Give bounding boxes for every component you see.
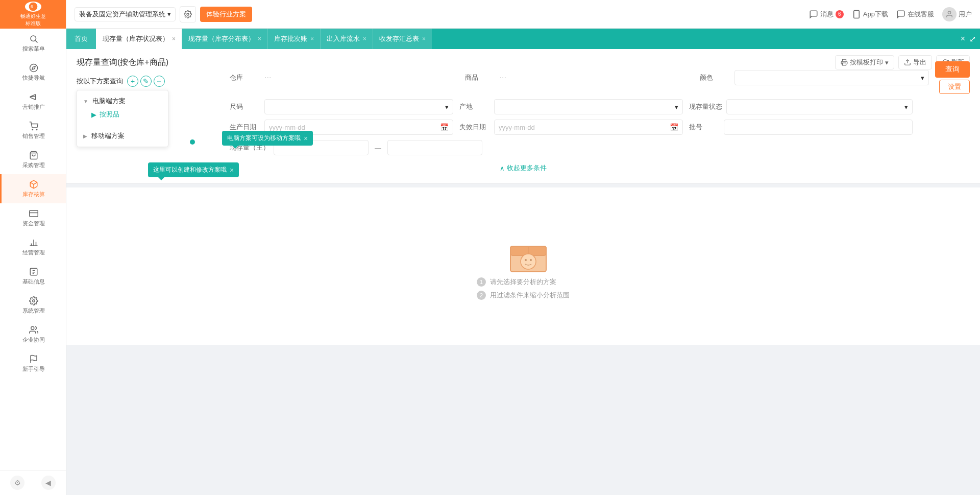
quantity-max-input[interactable] [387, 140, 482, 155]
tab-close-icon[interactable]: × [363, 35, 366, 42]
online-support-item[interactable]: 在线客服 [896, 10, 934, 19]
expand-icon: ▼ [83, 99, 88, 104]
schema-mobile-label: 移动端方案 [91, 131, 125, 140]
sidebar-item-operations[interactable]: 经营管理 [0, 232, 66, 262]
schema-pc-section: ▼ 电脑端方案 ▶ 按照品 [77, 90, 168, 125]
filter-add-btn[interactable]: + [127, 76, 138, 87]
filter-rows: 仓库 ··· 商品 ··· 颜色 ▾ [230, 61, 970, 155]
close-all-tabs-btn[interactable]: × [961, 34, 965, 43]
svg-point-0 [29, 3, 37, 11]
svg-rect-10 [30, 210, 38, 217]
step-num-2: 2 [477, 291, 486, 300]
top-bar-left: 装备及固定资产辅助管理系统 ▾ 体验行业方案 [75, 6, 252, 22]
fullscreen-btn[interactable]: ⤢ [969, 34, 976, 44]
tab-recv-summary[interactable]: 收发存汇总表 × [373, 29, 432, 49]
sidebar-item-guide[interactable]: 新手引导 [0, 349, 66, 378]
cart-icon [29, 150, 39, 160]
sidebar-item-inventory[interactable]: 库存核算 [0, 174, 66, 203]
tab-home-label: 首页 [75, 34, 88, 43]
chevron-down-icon: ▾ [921, 74, 924, 82]
tab-inventory-dist[interactable]: 现存量（库存分布表） × [182, 29, 267, 49]
tab-home[interactable]: 首页 [66, 29, 96, 49]
tooltip-create-scheme: 这里可以创建和修改方案哦 × [148, 162, 239, 177]
sidebar-item-marketing[interactable]: 营销推广 [0, 87, 66, 116]
filter-row-1: 仓库 ··· 商品 ··· 颜色 ▾ [230, 61, 970, 94]
schema-item-default[interactable]: ▶ 按照品 [91, 108, 162, 121]
sidebar-item-finance[interactable]: 资金管理 [0, 203, 66, 232]
expire-date-placeholder: yyyy-mm-dd [499, 124, 535, 131]
industry-btn[interactable]: 体验行业方案 [200, 7, 252, 22]
filter-edit-btn[interactable]: ✎ [140, 76, 152, 87]
calendar-icon: 📅 [670, 123, 678, 131]
settings-bottom-btn[interactable]: ⚙ [10, 476, 24, 490]
logo: 6 畅通好生意 标准版 [0, 0, 66, 29]
filter-group-status: 现存量状态 ▾ [689, 99, 913, 114]
set-btn[interactable]: 设置 [939, 80, 970, 94]
status-label: 现存量状态 [689, 102, 722, 111]
svg-text:6: 6 [31, 4, 33, 9]
tab-close-icon[interactable]: × [258, 35, 261, 42]
svg-point-32 [521, 254, 536, 269]
tab-label: 现存量（库存状况表） [103, 34, 169, 43]
shopping-icon [29, 121, 39, 131]
status-select[interactable]: ▾ [726, 99, 913, 114]
collapse-btn[interactable]: ◀ [41, 476, 56, 490]
step-num-1: 1 [477, 277, 486, 287]
batch-input[interactable] [724, 120, 913, 135]
online-support-label: 在线客服 [908, 10, 934, 19]
sidebar-item-label: 快捷导航 [22, 74, 45, 82]
box-icon [29, 179, 39, 190]
schema-panel: ▼ 电脑端方案 ▶ 按照品 ▶ 移动端方案 [77, 90, 168, 147]
filter-group-product: 商品 ··· [465, 73, 694, 82]
sidebar-item-label: 企业协同 [22, 336, 45, 344]
filter-actions: + ✎ ← [127, 76, 165, 87]
sidebar-item-search-menu[interactable]: 搜索菜单 [0, 29, 66, 58]
tab-close-icon[interactable]: × [422, 35, 426, 42]
chevron-down-icon: ▾ [904, 103, 908, 111]
sidebar-item-label: 库存核算 [22, 191, 45, 198]
tab-inout-flow[interactable]: 出入库流水 × [320, 29, 373, 49]
system-selector[interactable]: 装备及固定资产辅助管理系统 ▾ [75, 7, 176, 21]
sidebar-item-system[interactable]: 系统管理 [0, 291, 66, 320]
topbar-settings-btn[interactable] [180, 6, 196, 22]
sidebar-item-quick-nav[interactable]: 快捷导航 [0, 58, 66, 87]
svg-line-3 [35, 40, 37, 42]
schema-arrow: ▶ [91, 111, 96, 119]
search-btn[interactable]: 查询 [935, 61, 970, 78]
sidebar-item-purchase[interactable]: 采购管理 [0, 145, 66, 174]
filter-section-label: 按以下方案查询 [77, 77, 123, 86]
sidebar-item-label: 营销推广 [22, 103, 45, 111]
sidebar-item-label: 系统管理 [22, 307, 45, 315]
tab-close-icon[interactable]: × [172, 35, 176, 42]
tab-close-icon[interactable]: × [310, 35, 314, 42]
size-select[interactable]: ▾ [264, 99, 453, 114]
sidebar-item-enterprise[interactable]: 企业协同 [0, 320, 66, 349]
user-item[interactable]: 用户 [942, 7, 972, 21]
tooltip-close-btn[interactable]: × [230, 166, 234, 174]
tooltip-close-btn[interactable]: × [304, 134, 308, 143]
expire-date-label: 失效日期 [459, 123, 490, 132]
svg-point-4 [30, 64, 38, 72]
tab-actions: × ⤢ [957, 34, 980, 44]
color-select[interactable]: ▾ [734, 70, 929, 85]
gear-icon [29, 296, 39, 306]
sidebar-item-sales[interactable]: 销售管理 [0, 116, 66, 145]
product-label: 商品 [465, 73, 496, 82]
filter-group-warehouse: 仓库 ··· [230, 73, 459, 82]
tab-batch-ledger[interactable]: 库存批次账 × [267, 29, 320, 49]
filter-group-batch: 批号 [689, 120, 913, 135]
expire-date-input[interactable]: yyyy-mm-dd 📅 [494, 120, 683, 135]
tab-inventory-status[interactable]: 现存量（库存状况表） × [96, 29, 182, 49]
filter-back-btn[interactable]: ← [154, 76, 165, 87]
filter-group-expire-date: 失效日期 yyyy-mm-dd 📅 [459, 120, 683, 135]
app-download-item[interactable]: App下载 [852, 10, 888, 19]
warehouse-label: 仓库 [230, 73, 260, 82]
message-item[interactable]: 消息 6 [809, 10, 844, 19]
sidebar-item-basic-info[interactable]: 基础信息 [0, 262, 66, 291]
origin-select[interactable]: ▾ [494, 99, 683, 114]
logo-icon: 6 [25, 2, 41, 12]
filter-group-origin: 产地 ▾ [459, 99, 683, 114]
sidebar-item-label: 基础信息 [22, 278, 45, 286]
produce-date-placeholder: yyyy-mm-dd [269, 124, 305, 131]
filter-group-color: 颜色 ▾ [700, 70, 929, 85]
